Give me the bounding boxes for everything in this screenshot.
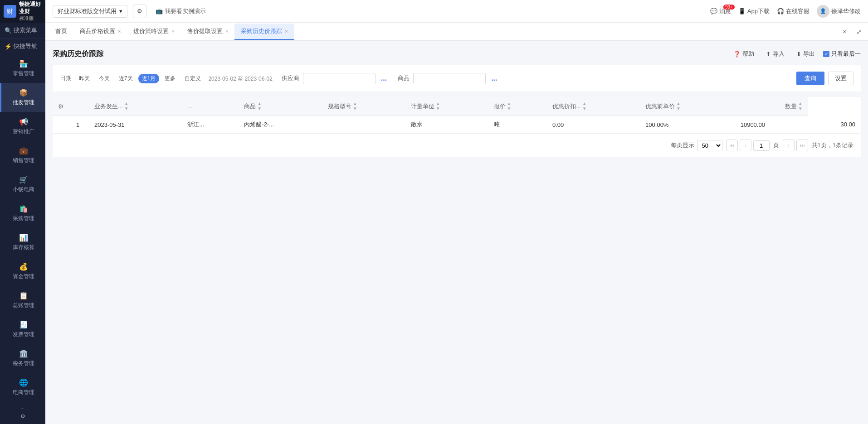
version-select[interactable]: 好业财标准版交付试用 ▾	[53, 5, 127, 18]
sidebar-item-tax[interactable]: 🏛️税务管理	[0, 344, 45, 373]
col-spec[interactable]: 规格型号 ▲▼	[322, 97, 405, 116]
sidebar-item-inventory[interactable]: 📊库存核算	[0, 228, 45, 257]
per-page-selector: 每页显示 2050100200	[671, 140, 722, 151]
main-content: 好业财标准版交付试用 ▾ ⚙ 📺 我要看实例演示 💬 消息 99+ 📱 App下…	[45, 0, 868, 424]
topbar: 好业财标准版交付试用 ▾ ⚙ 📺 我要看实例演示 💬 消息 99+ 📱 App下…	[45, 0, 868, 23]
cell-price-unit: 吨	[488, 116, 547, 134]
date-options: 昨天今天近7天近1月更多自定义	[75, 74, 205, 83]
user-menu-button[interactable]: 👤 徐泽华修改	[817, 5, 861, 18]
first-page-button[interactable]: ⏮	[726, 140, 738, 151]
tab-price[interactable]: 商品价格设置×	[73, 24, 127, 40]
only-last-checkbox[interactable]: ✓ 只看最后一	[823, 50, 861, 58]
message-button[interactable]: 💬 消息 99+	[710, 7, 731, 15]
date-option-last1m[interactable]: 近1月	[138, 74, 160, 83]
cell-product: 丙烯酸-2-...	[239, 116, 322, 134]
sidebar-menu: 🏪零售管理📦批发管理📢营销推广💼销售管理🛒小畅电商🛍️采购管理📊库存核算💰资金管…	[0, 54, 45, 409]
per-page-select[interactable]: 2050100200	[697, 140, 722, 151]
col-pre-discount-price[interactable]: 优惠前单价 ▲▼	[640, 97, 735, 116]
import-button[interactable]: ⬆ 导入	[762, 48, 788, 60]
page-header: 采购历史价跟踪 ❓ 帮助 ⬆ 导入 ⬇ 导出 ✓ 只看最后一	[53, 48, 861, 60]
tab-close-price[interactable]: ×	[118, 29, 121, 34]
sidebar-search[interactable]: 🔍 搜索菜单	[0, 23, 45, 39]
sort-icon-unit: ▲▼	[436, 101, 440, 111]
column-settings-icon[interactable]: ⚙	[58, 103, 64, 110]
logo-text: 畅捷通好业财 标准版	[19, 1, 42, 21]
tab-sale_price[interactable]: 售价提取设置×	[181, 24, 234, 40]
message-badge: 99+	[723, 5, 735, 10]
cell-quantity: 30.00	[808, 116, 861, 134]
col-unit[interactable]: 计量单位 ▲▼	[405, 97, 488, 116]
topbar-settings-button[interactable]: ⚙	[133, 5, 146, 18]
sidebar-item-sales[interactable]: 💼销售管理	[0, 141, 45, 170]
topbar-right: 💬 消息 99+ 📱 App下载 🎧 在线客服 👤 徐泽华修改	[710, 5, 861, 18]
page-title: 采购历史价跟踪	[53, 49, 103, 59]
app-download-button[interactable]: 📱 App下载	[738, 7, 770, 15]
col-discount[interactable]: 优惠折扣... ▲▼	[547, 97, 640, 116]
next-page-button[interactable]: ›	[783, 140, 795, 151]
marketing-icon: 📢	[19, 117, 28, 126]
col-price[interactable]: 报价 ▲▼	[488, 97, 547, 116]
tax-icon: 🏛️	[19, 349, 28, 358]
last-page-button[interactable]: ⏭	[796, 140, 808, 151]
sort-icon-product: ▲▼	[257, 101, 262, 111]
sidebar-item-assets[interactable]: 🏗️固定资产	[0, 402, 45, 409]
sidebar-quicknav[interactable]: ⚡ 快捷导航	[0, 39, 45, 54]
export-icon: ⬇	[796, 51, 801, 58]
online-service-button[interactable]: 🎧 在线客服	[777, 7, 809, 15]
sort-icon-quantity: ▲▼	[798, 101, 803, 111]
tab-close-purchase_strategy[interactable]: ×	[171, 29, 174, 34]
date-option-last7[interactable]: 近7天	[115, 74, 137, 83]
prev-page-button[interactable]: ‹	[740, 140, 751, 151]
col-more[interactable]: ...	[182, 97, 239, 116]
col-settings[interactable]: ⚙	[53, 97, 71, 116]
demo-link[interactable]: 📺 我要看实例演示	[156, 7, 206, 15]
phone-icon: 📱	[738, 8, 746, 14]
col-quantity[interactable]: 数量 ▲▼	[735, 97, 808, 116]
product-more-icon[interactable]: ...	[489, 74, 499, 82]
col-date[interactable]: 业务发生... ▲▼	[89, 97, 182, 116]
date-option-today[interactable]: 今天	[95, 74, 113, 83]
supplier-input[interactable]	[303, 73, 375, 84]
date-option-custom[interactable]: 自定义	[181, 74, 205, 83]
expand-tabs-button[interactable]: ⤢	[853, 26, 864, 37]
import-icon: ⬆	[766, 51, 771, 58]
product-input[interactable]	[413, 73, 486, 84]
ecommerce-icon: 🌐	[19, 378, 28, 387]
tab-close-sale_price[interactable]: ×	[225, 29, 228, 34]
sidebar-settings[interactable]: ⚙	[0, 409, 45, 424]
sidebar-item-purchase[interactable]: 🛍️采购管理	[0, 199, 45, 228]
sidebar-item-finance[interactable]: 💰资金管理	[0, 257, 45, 286]
sidebar-item-invoice[interactable]: 🧾发票管理	[0, 315, 45, 344]
sidebar-item-ledger[interactable]: 📋总账管理	[0, 286, 45, 315]
filter-settings-button[interactable]: 设置	[828, 72, 853, 85]
sidebar-item-ecommerce_small[interactable]: 🛒小畅电商	[0, 170, 45, 199]
query-button[interactable]: 查询	[796, 72, 824, 85]
supplier-more-icon[interactable]: ...	[379, 74, 389, 82]
sort-icon-spec: ▲▼	[353, 101, 357, 111]
tab-purchase_strategy[interactable]: 进价策略设置×	[127, 24, 180, 40]
help-icon: ❓	[733, 51, 741, 58]
sort-icon-date: ▲▼	[124, 101, 129, 111]
help-button[interactable]: ❓ 帮助	[730, 48, 758, 60]
export-button[interactable]: ⬇ 导出	[793, 48, 819, 60]
total-records: 共1页，1条记录	[812, 141, 853, 149]
date-range-display: 2023-05-02 至 2023-06-02	[208, 75, 272, 83]
tab-close-purchase_history[interactable]: ×	[285, 29, 288, 34]
close-all-tabs-button[interactable]: ×	[839, 26, 850, 37]
page-number-input[interactable]	[753, 140, 770, 151]
date-option-more[interactable]: 更多	[161, 74, 179, 83]
tab-purchase_history[interactable]: 采购历史价跟踪×	[234, 24, 294, 40]
date-option-yesterday[interactable]: 昨天	[75, 74, 93, 83]
col-product[interactable]: 商品 ▲▼	[239, 97, 322, 116]
date-filter-label: 日期	[60, 74, 72, 82]
sidebar-item-marketing[interactable]: 📢营销推广	[0, 112, 45, 141]
sidebar-item-wholesale[interactable]: 📦批发管理	[0, 83, 45, 112]
product-filter-label: 商品	[398, 74, 410, 82]
tab-home[interactable]: 首页	[49, 24, 73, 40]
demo-icon: 📺	[156, 8, 163, 14]
cell-spec	[322, 116, 405, 134]
supplier-filter-label: 供应商	[282, 74, 299, 82]
sidebar-item-retail[interactable]: 🏪零售管理	[0, 54, 45, 83]
sidebar-item-ecommerce[interactable]: 🌐电商管理	[0, 373, 45, 402]
invoice-icon: 🧾	[19, 320, 28, 329]
